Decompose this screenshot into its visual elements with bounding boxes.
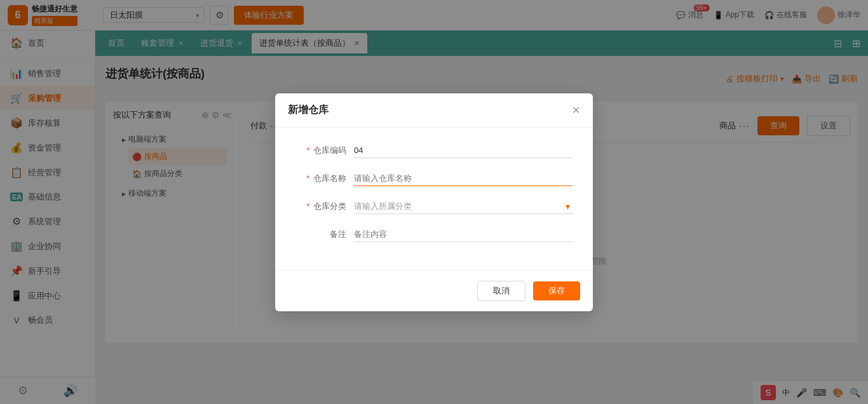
note-label-text: 备注 (330, 229, 346, 239)
modal-title: 新增仓库 (288, 104, 329, 117)
code-label: * 仓库编码 (295, 145, 346, 156)
form-row-category: * 仓库分类 请输入所属分类 (295, 199, 573, 214)
category-label: * 仓库分类 (295, 201, 346, 212)
modal-overlay: 新增仓库 ✕ * 仓库编码 * 仓库名称 (0, 0, 868, 404)
cancel-button[interactable]: 取消 (477, 281, 526, 301)
warehouse-name-input[interactable] (354, 171, 573, 186)
modal-close-button[interactable]: ✕ (572, 104, 580, 116)
form-row-note: 备注 (295, 227, 573, 242)
warehouse-code-input[interactable] (354, 143, 573, 158)
category-select-wrap[interactable]: 请输入所属分类 (354, 199, 573, 214)
modal-footer: 取消 保存 (275, 270, 593, 311)
note-label: 备注 (295, 229, 346, 240)
category-label-text: 仓库分类 (313, 201, 346, 211)
save-button[interactable]: 保存 (533, 281, 580, 300)
code-label-text: 仓库编码 (313, 145, 346, 155)
modal-header: 新增仓库 ✕ (275, 93, 593, 128)
warehouse-category-select[interactable]: 请输入所属分类 (354, 199, 573, 214)
required-star-code: * (306, 145, 309, 155)
name-label-text: 仓库名称 (313, 173, 346, 183)
form-row-code: * 仓库编码 (295, 143, 573, 158)
modal-body: * 仓库编码 * 仓库名称 * 仓库分类 (275, 128, 593, 270)
new-warehouse-modal: 新增仓库 ✕ * 仓库编码 * 仓库名称 (275, 93, 593, 311)
name-label: * 仓库名称 (295, 173, 346, 184)
warehouse-note-input[interactable] (354, 227, 573, 242)
required-star-name: * (306, 173, 309, 183)
form-row-name: * 仓库名称 (295, 171, 573, 186)
required-star-category: * (306, 201, 309, 211)
